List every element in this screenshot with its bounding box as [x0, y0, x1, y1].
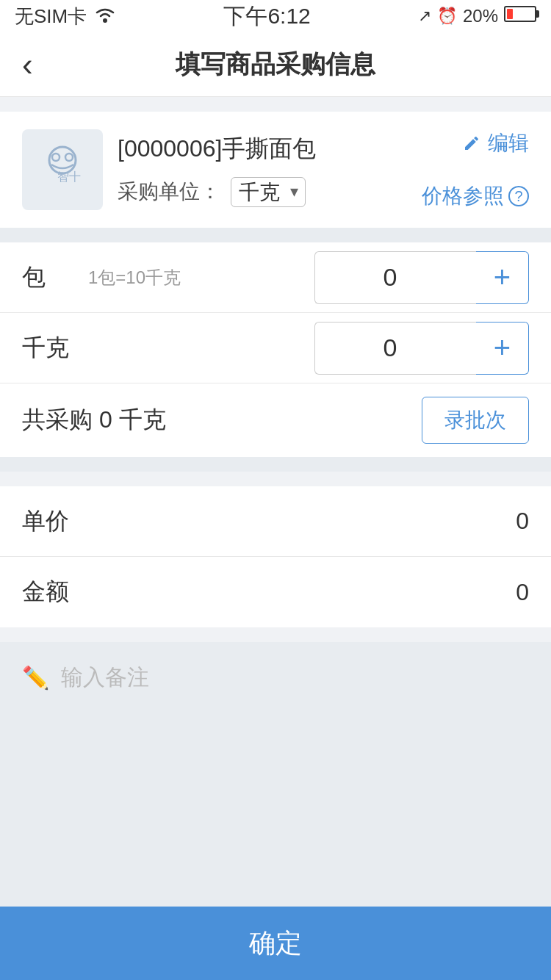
kg-number-input[interactable]: [314, 322, 476, 375]
price-section: 单价 0 金额 0: [0, 486, 551, 627]
battery-icon: [504, 6, 536, 26]
product-card: 智十 [0000006]手撕面包 采购单位： 千克 包 编辑 价格参照 ?: [0, 112, 551, 228]
unit-select[interactable]: 千克 包: [231, 177, 306, 207]
section-divider-1: [0, 228, 551, 242]
price-ref-label: 价格参照: [422, 182, 504, 210]
edit-button[interactable]: 编辑: [463, 129, 529, 157]
status-left: 无SIM卡: [15, 4, 116, 29]
kg-label: 千克: [22, 332, 81, 364]
confirm-label: 确定: [249, 926, 302, 962]
record-batch-button[interactable]: 录批次: [422, 397, 529, 444]
section-divider-2: [0, 457, 551, 472]
bag-plus-button[interactable]: +: [476, 251, 529, 304]
input-section: 包 1包=10千克 + 千克 +: [0, 242, 551, 383]
carrier-label: 无SIM卡: [15, 4, 87, 29]
unit-price-row: 单价 0: [0, 486, 551, 557]
amount-value: 0: [516, 579, 529, 606]
bag-input-control: +: [314, 251, 529, 304]
battery-percent: 20%: [463, 6, 498, 26]
help-icon: ?: [508, 186, 529, 206]
svg-text:智十: 智十: [57, 170, 81, 183]
kg-plus-button[interactable]: +: [476, 322, 529, 375]
price-ref-button[interactable]: 价格参照 ?: [422, 182, 529, 210]
unit-price-label: 单价: [22, 505, 516, 538]
notes-icon: ✏️: [22, 665, 49, 691]
edit-label: 编辑: [488, 129, 529, 157]
confirm-button[interactable]: 确定: [0, 907, 551, 980]
svg-point-2: [52, 154, 60, 161]
nav-bar: ‹ 填写商品采购信息: [0, 32, 551, 97]
location-icon: ↗: [418, 7, 431, 26]
notes-placeholder: 输入备注: [61, 663, 149, 693]
product-logo: 智十: [37, 144, 88, 196]
bag-input-row: 包 1包=10千克 +: [0, 242, 551, 313]
unit-price-value: 0: [516, 508, 529, 535]
alarm-icon: ⏰: [437, 7, 457, 26]
product-image: 智十: [22, 129, 103, 210]
bag-label: 包: [22, 262, 81, 294]
bag-sublabel: 1包=10千克: [88, 266, 314, 289]
total-row: 共采购 0 千克 录批次: [0, 383, 551, 457]
bag-number-input[interactable]: [314, 251, 476, 304]
page-title: 填写商品采购信息: [176, 48, 375, 82]
svg-point-0: [103, 18, 107, 23]
kg-input-row: 千克 +: [0, 313, 551, 383]
svg-point-3: [65, 154, 73, 161]
unit-select-wrapper[interactable]: 千克 包: [231, 177, 306, 207]
unit-label: 采购单位：: [118, 178, 220, 206]
total-label: 共采购 0 千克: [22, 404, 422, 436]
amount-label: 金额: [22, 576, 516, 608]
status-right: ↗ ⏰ 20%: [418, 6, 536, 26]
status-time: 下午6:12: [223, 1, 310, 32]
kg-input-control: +: [314, 322, 529, 375]
status-bar: 无SIM卡 下午6:12 ↗ ⏰ 20%: [0, 0, 551, 32]
notes-section[interactable]: ✏️ 输入备注: [0, 642, 551, 713]
back-button[interactable]: ‹: [22, 46, 66, 83]
amount-row: 金额 0: [0, 557, 551, 627]
empty-space: [0, 713, 551, 934]
wifi-icon: [94, 5, 116, 28]
